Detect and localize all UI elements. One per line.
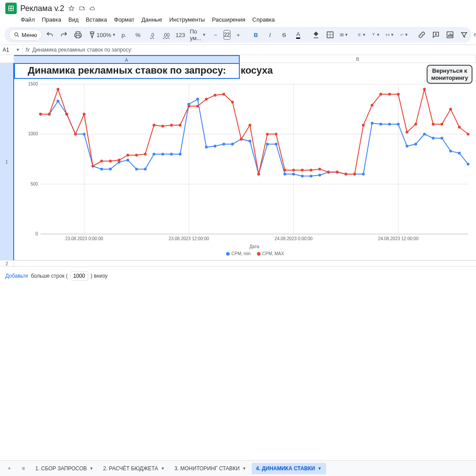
italic-btn[interactable]: I <box>264 29 276 41</box>
decrease-decimal-btn[interactable]: .0 <box>146 29 158 41</box>
sheets-logo[interactable] <box>5 3 17 14</box>
borders-icon[interactable] <box>324 29 336 41</box>
svg-point-70 <box>301 175 304 177</box>
row-header-1[interactable]: 1 <box>0 63 14 260</box>
svg-point-67 <box>275 143 277 145</box>
svg-point-61 <box>223 143 225 145</box>
svg-text:1000: 1000 <box>28 131 38 136</box>
fontsize-dec-btn[interactable]: − <box>209 29 222 41</box>
svg-point-103 <box>152 124 155 126</box>
strike-btn[interactable]: S <box>278 29 290 41</box>
svg-point-117 <box>275 133 277 135</box>
halign-icon[interactable]: ▼ <box>356 29 368 41</box>
svg-text:23.08.2023 12:00:00: 23.08.2023 12:00:00 <box>169 236 209 241</box>
menu-extensions[interactable]: Расширения <box>209 15 249 24</box>
merge-icon[interactable]: ▼ <box>338 29 350 41</box>
star-icon[interactable] <box>68 5 75 12</box>
svg-point-56 <box>179 152 182 155</box>
wrap-icon[interactable]: ▼ <box>384 29 396 41</box>
svg-point-109 <box>205 98 208 100</box>
zoom-select[interactable]: 100%▼ <box>100 29 112 41</box>
svg-point-131 <box>397 93 399 95</box>
chart-icon[interactable] <box>444 29 456 41</box>
tab-2[interactable]: 2. РАСЧЁТ БЮДЖЕТА▼ <box>99 463 169 474</box>
currency-btn[interactable]: р. <box>118 29 130 41</box>
svg-point-125 <box>345 173 347 175</box>
filter-icon[interactable] <box>458 29 470 41</box>
text-color-btn[interactable]: A <box>292 29 305 41</box>
svg-point-86 <box>440 137 443 139</box>
link-icon[interactable] <box>416 29 428 41</box>
cell-a1-b1[interactable]: Динамика рекламных ставок по запросу: ко… <box>14 63 476 260</box>
svg-point-79 <box>379 123 382 125</box>
svg-point-96 <box>92 165 94 167</box>
menu-insert[interactable]: Вставка <box>82 15 110 24</box>
redo-icon[interactable] <box>58 29 70 41</box>
col-header-b[interactable]: B <box>240 55 476 63</box>
tab-3[interactable]: 3. МОНИТОРИНГ СТАВКИ▼ <box>170 463 251 474</box>
select-all-corner[interactable] <box>0 55 14 63</box>
svg-line-4 <box>18 36 19 37</box>
add-sheet-icon[interactable]: + <box>3 462 16 475</box>
svg-text:23.08.2023 0:00:00: 23.08.2023 0:00:00 <box>65 236 104 241</box>
comment-icon[interactable] <box>430 29 442 41</box>
name-box[interactable]: A1▼ <box>0 45 23 55</box>
col-header-a[interactable]: A <box>14 55 240 63</box>
move-icon[interactable] <box>78 5 86 12</box>
svg-point-72 <box>318 174 321 176</box>
chart-title-b: косуха <box>241 65 273 76</box>
increase-decimal-btn[interactable]: .00 <box>160 29 172 41</box>
svg-text:24.08.2023 12:00:00: 24.08.2023 12:00:00 <box>378 236 419 241</box>
tab-1[interactable]: 1. СБОР ЗАПРОСОВ▼ <box>31 463 98 474</box>
formula-input[interactable]: Динамика рекламных ставок по запросу: <box>32 47 132 53</box>
selection-outline <box>14 63 240 79</box>
svg-point-99 <box>118 159 120 161</box>
rotate-icon[interactable]: A▼ <box>398 29 410 41</box>
svg-point-62 <box>231 143 234 145</box>
fontsize-inc-btn[interactable]: + <box>232 29 245 41</box>
svg-text:24.08.2023 0:00:00: 24.08.2023 0:00:00 <box>275 236 313 241</box>
tab-4[interactable]: 4. ДИНАМИКА СТАВКИ▼ <box>252 463 326 474</box>
line-chart[interactable]: 05001000150023.08.2023 0:00:0023.08.2023… <box>19 80 472 260</box>
fill-color-icon[interactable] <box>310 29 322 41</box>
doc-title[interactable]: Реклама v.2 <box>20 4 64 13</box>
percent-btn[interactable]: % <box>132 29 144 41</box>
font-select[interactable]: По ум...▼ <box>192 29 204 41</box>
bold-btn[interactable]: B <box>250 29 262 41</box>
menu-help[interactable]: Справка <box>249 15 278 24</box>
svg-rect-18 <box>448 35 449 37</box>
all-sheets-icon[interactable]: ≡ <box>17 462 30 475</box>
menu-edit[interactable]: Правка <box>39 15 64 24</box>
svg-point-97 <box>100 160 103 162</box>
svg-point-85 <box>432 137 435 139</box>
svg-point-112 <box>231 101 234 104</box>
filter-views-icon[interactable]: ▼ <box>472 29 476 41</box>
print-icon[interactable] <box>72 29 84 41</box>
svg-point-138 <box>458 126 461 128</box>
svg-point-106 <box>179 124 182 126</box>
undo-icon[interactable] <box>44 29 56 41</box>
add-rows-input[interactable] <box>71 271 88 281</box>
menu-tools[interactable]: Инструменты <box>166 15 208 24</box>
number-format-btn[interactable]: 123 <box>174 29 186 41</box>
search-menu[interactable]: Меню <box>9 29 42 41</box>
svg-point-127 <box>362 124 364 126</box>
svg-point-111 <box>223 93 225 95</box>
valign-icon[interactable]: ▼ <box>370 29 382 41</box>
svg-point-90 <box>39 113 42 115</box>
svg-point-54 <box>161 152 164 155</box>
add-rows-link[interactable]: Добавьте <box>5 273 28 279</box>
menu-file[interactable]: Файл <box>18 15 38 24</box>
fontsize-input[interactable]: 22 <box>223 30 230 40</box>
row-header-2[interactable]: 2 <box>0 260 14 267</box>
cloud-saved-icon[interactable] <box>89 5 96 12</box>
menu-data[interactable]: Данные <box>138 15 165 24</box>
menu-format[interactable]: Формат <box>111 15 138 24</box>
menu-view[interactable]: Вид <box>65 15 82 24</box>
search-menu-label: Меню <box>22 32 37 38</box>
svg-point-53 <box>152 152 155 155</box>
svg-point-51 <box>135 167 138 170</box>
svg-text:Дата: Дата <box>249 244 260 249</box>
cell-row-2[interactable] <box>14 260 476 267</box>
svg-point-143 <box>257 252 260 256</box>
